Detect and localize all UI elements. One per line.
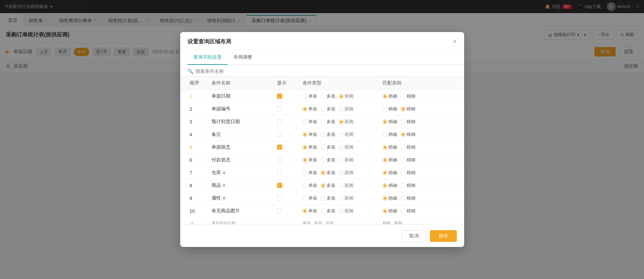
radio-exact[interactable]: 精确 [383,131,397,138]
radio-multi[interactable]: 多值 [321,144,335,150]
radio-btn[interactable] [303,209,307,213]
radio-btn[interactable] [339,132,344,137]
cell-display[interactable] [275,193,300,204]
cell-display[interactable] [275,180,300,191]
radio-btn[interactable] [303,107,307,111]
radio-fuzzy[interactable]: 模糊 [401,93,415,99]
radio-fuzzy[interactable]: 模糊 [401,119,415,125]
radio-multi[interactable]: 多值 [321,131,335,138]
radio-btn[interactable] [401,170,406,175]
save-button[interactable]: 保存 [430,230,457,242]
checkbox[interactable] [277,145,282,150]
radio-btn[interactable] [339,94,344,99]
dialog-close-button[interactable]: × [453,38,457,46]
radio-btn[interactable] [383,196,387,201]
radio-multi[interactable]: 多值 [321,119,335,125]
radio-single[interactable]: 单值 [303,170,317,176]
radio-exact[interactable]: 精确 [383,182,397,189]
radio-exact[interactable]: 精确 [383,93,397,99]
radio-btn[interactable] [401,107,406,111]
radio-btn[interactable] [383,209,387,213]
radio-single[interactable]: 单值 [303,182,317,189]
radio-btn[interactable] [303,158,307,162]
cell-display[interactable] [275,167,300,178]
radio-btn[interactable] [339,183,344,188]
radio-single[interactable]: 单值 [303,106,317,112]
radio-btn[interactable] [339,107,344,111]
checkbox[interactable] [277,106,282,111]
radio-btn[interactable] [401,94,406,99]
radio-btn[interactable] [321,132,325,137]
radio-btn[interactable] [321,145,325,150]
search-input[interactable] [195,68,268,74]
radio-multi[interactable]: 多值 [321,106,335,112]
radio-btn[interactable] [321,107,325,111]
radio-range[interactable]: 区间 [339,170,353,176]
radio-btn[interactable] [401,183,406,188]
radio-btn[interactable] [303,145,307,150]
radio-range[interactable]: 区间 [339,106,353,112]
radio-btn[interactable] [383,145,387,150]
radio-multi[interactable]: 多值 [321,157,335,163]
checkbox[interactable] [277,157,282,162]
cell-display[interactable] [275,142,300,153]
radio-fuzzy[interactable]: 模糊 [401,157,415,163]
radio-btn[interactable] [401,132,406,137]
radio-range[interactable]: 区间 [339,208,353,214]
radio-range[interactable]: 区间 [339,131,353,138]
radio-exact[interactable]: 精确 [383,170,397,176]
radio-btn[interactable] [321,170,325,175]
radio-fuzzy[interactable]: 模糊 [401,170,415,176]
radio-exact[interactable]: 精确 [383,119,397,125]
radio-single[interactable]: 单值 [303,157,317,163]
radio-fuzzy[interactable]: 模糊 [401,131,415,138]
dialog-tab-query[interactable]: 查询字段设置 [187,50,228,65]
radio-btn[interactable] [303,94,307,99]
radio-btn[interactable] [321,183,325,188]
radio-btn[interactable] [339,119,344,124]
radio-btn[interactable] [401,158,406,162]
radio-range[interactable]: 区间 [339,144,353,150]
radio-range[interactable]: 区间 [339,93,353,99]
radio-fuzzy[interactable]: 模糊 [401,144,415,150]
radio-exact[interactable]: 精确 [383,106,397,112]
radio-btn[interactable] [303,183,307,188]
radio-exact[interactable]: 精确 [383,144,397,150]
radio-btn[interactable] [339,158,344,162]
radio-btn[interactable] [321,158,325,162]
radio-multi[interactable]: 多值 [321,182,335,189]
checkbox[interactable] [277,196,282,201]
radio-btn[interactable] [321,209,325,213]
cell-display[interactable] [275,116,300,127]
cancel-button[interactable]: 取消 [402,230,426,242]
radio-btn[interactable] [321,94,325,99]
radio-fuzzy[interactable]: 模糊 [401,182,415,189]
radio-btn[interactable] [339,209,344,213]
radio-btn[interactable] [401,145,406,150]
radio-btn[interactable] [303,170,307,175]
radio-btn[interactable] [321,119,325,124]
radio-btn[interactable] [383,132,387,137]
radio-range[interactable]: 区间 [339,195,353,201]
radio-btn[interactable] [401,119,406,124]
dialog-tab-layout[interactable]: 布局调整 [228,50,258,65]
radio-range[interactable]: 区间 [339,157,353,163]
checkbox[interactable] [277,183,282,188]
radio-btn[interactable] [339,196,344,201]
radio-single[interactable]: 单值 [303,119,317,125]
radio-single[interactable]: 单值 [303,144,317,150]
radio-btn[interactable] [383,107,387,111]
cell-display[interactable] [275,129,300,140]
radio-fuzzy[interactable]: 模糊 [401,106,415,112]
checkbox[interactable] [277,132,282,137]
radio-btn[interactable] [303,132,307,137]
radio-exact[interactable]: 精确 [383,195,397,201]
cell-display[interactable] [275,205,300,216]
radio-btn[interactable] [339,145,344,150]
radio-range[interactable]: 区间 [339,182,353,189]
radio-fuzzy[interactable]: 模糊 [401,208,415,214]
radio-multi[interactable]: 多值 [321,170,335,176]
radio-btn[interactable] [401,209,406,213]
cell-display[interactable] [275,154,300,165]
radio-fuzzy[interactable]: 模糊 [401,195,415,201]
